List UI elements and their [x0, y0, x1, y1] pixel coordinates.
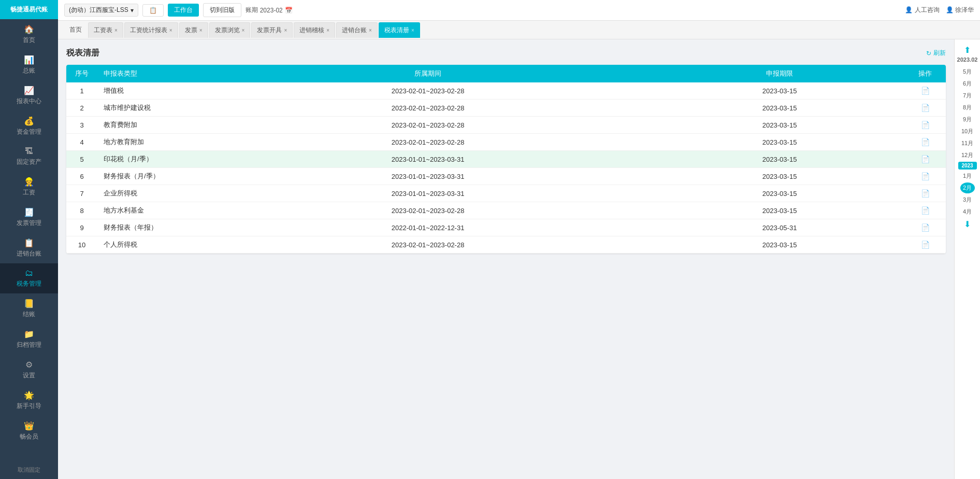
table-header-row: 序号 申报表类型 所属期间 申报期限 操作: [66, 65, 946, 82]
scroll-up-icon[interactable]: ⬆: [964, 45, 971, 55]
cell-deadline: 2023-03-15: [655, 202, 904, 219]
month-item-10[interactable]: 10月: [958, 126, 977, 137]
action-icon[interactable]: 📄: [921, 138, 930, 146]
workbench-button[interactable]: 工作台: [168, 4, 199, 17]
month-item-2-active[interactable]: 2月: [960, 182, 975, 193]
cell-action: 📄: [904, 236, 946, 253]
year-2023-label[interactable]: 2023: [958, 162, 977, 170]
sidebar-item-member[interactable]: 👑 畅会员: [0, 416, 58, 446]
page-header: 税表清册 ↻ 刷新: [66, 48, 946, 59]
copy-button[interactable]: 📋: [142, 4, 164, 17]
calendar-icon[interactable]: 📅: [285, 7, 293, 14]
action-icon[interactable]: 📄: [921, 223, 930, 232]
sidebar-item-label: 资金管理: [17, 128, 41, 136]
month-item-5[interactable]: 5月: [958, 66, 977, 77]
month-item-6[interactable]: 6月: [958, 78, 977, 89]
refresh-button[interactable]: ↻ 刷新: [926, 49, 946, 58]
col-deadline: 申报期限: [655, 65, 904, 82]
cell-action: 📄: [904, 168, 946, 185]
sidebar-item-settings[interactable]: ⚙ 设置: [0, 355, 58, 385]
action-icon[interactable]: 📄: [921, 155, 930, 163]
action-icon[interactable]: 📄: [921, 87, 930, 95]
month-item-4[interactable]: 4月: [958, 206, 977, 217]
sidebar-item-label: 工资: [23, 188, 35, 197]
action-icon[interactable]: 📄: [921, 241, 930, 249]
tab-invoice[interactable]: 发票 ×: [179, 22, 208, 38]
col-period: 所属期间: [201, 65, 655, 82]
sidebar-item-invoice[interactable]: 🧾 发票管理: [0, 202, 58, 233]
month-item-7[interactable]: 7月: [958, 90, 977, 101]
sidebar-item-label: 设置: [23, 371, 35, 380]
sidebar-item-label: 畅会员: [20, 432, 38, 441]
tab-invoice-issue[interactable]: 发票开具 ×: [251, 22, 293, 38]
cell-deadline: 2023-03-15: [655, 117, 904, 134]
cell-period: 2023-02-01~2023-02-28: [201, 134, 655, 151]
tabbar: 首页 工资表 × 工资统计报表 × 发票 × 发票浏览 × 发票开具 × 进销稽…: [58, 21, 980, 39]
cell-type: 增值税: [97, 82, 201, 100]
sidebar-item-funds[interactable]: 💰 资金管理: [0, 111, 58, 142]
action-icon[interactable]: 📄: [921, 172, 930, 180]
month-item-9[interactable]: 9月: [958, 114, 977, 125]
sidebar-item-closing[interactable]: 📒 结账: [0, 293, 58, 324]
cell-deadline: 2023-03-15: [655, 236, 904, 253]
close-icon[interactable]: ×: [169, 27, 172, 33]
cell-period: 2023-01-01~2023-03-31: [201, 168, 655, 185]
table-row: 3 教育费附加 2023-02-01~2023-02-28 2023-03-15…: [66, 117, 946, 134]
close-icon[interactable]: ×: [369, 27, 372, 33]
sidebar-item-tax[interactable]: 🗂 税务管理: [0, 263, 58, 293]
cell-id: 4: [66, 134, 97, 151]
sidebar-item-assets[interactable]: 🏗 固定资产: [0, 142, 58, 172]
month-item-12[interactable]: 12月: [958, 150, 977, 161]
sidebar-item-payroll[interactable]: 👷 工资: [0, 172, 58, 202]
tab-purchase-ledger[interactable]: 进销台账 ×: [336, 22, 378, 38]
sidebar-item-label: 发票管理: [17, 219, 41, 228]
cell-deadline: 2023-03-15: [655, 134, 904, 151]
cell-period: 2023-02-01~2023-02-28: [201, 236, 655, 253]
action-icon[interactable]: 📄: [921, 189, 930, 198]
month-item-3[interactable]: 3月: [958, 194, 977, 205]
cell-action: 📄: [904, 117, 946, 134]
switch-old-button[interactable]: 切到旧版: [203, 3, 241, 17]
tab-purchase-audit[interactable]: 进销稽核 ×: [294, 22, 335, 38]
action-icon[interactable]: 📄: [921, 121, 930, 129]
tab-payroll-report[interactable]: 工资统计报表 ×: [124, 22, 178, 38]
month-item-1[interactable]: 1月: [958, 171, 977, 181]
sidebar-item-sales[interactable]: 📋 进销台账: [0, 233, 58, 263]
assets-icon: 🏗: [25, 147, 33, 156]
close-icon[interactable]: ×: [114, 27, 118, 33]
action-icon[interactable]: 📄: [921, 104, 930, 112]
month-item-11[interactable]: 11月: [958, 138, 977, 149]
close-icon[interactable]: ×: [284, 27, 287, 33]
sidebar-item-reports[interactable]: 📈 报表中心: [0, 80, 58, 111]
cell-type: 企业所得税: [97, 185, 201, 202]
sidebar-item-ledger[interactable]: 📊 总账: [0, 50, 58, 80]
close-icon[interactable]: ×: [326, 27, 329, 33]
close-icon[interactable]: ×: [242, 27, 245, 33]
unpin-button[interactable]: 取消固定: [0, 461, 58, 479]
close-icon[interactable]: ×: [199, 27, 203, 33]
action-icon[interactable]: 📄: [921, 206, 930, 215]
table-row: 1 增值税 2023-02-01~2023-02-28 2023-03-15 📄: [66, 82, 946, 100]
sidebar-item-home[interactable]: 🏠 首页: [0, 19, 58, 50]
company-selector[interactable]: (勿动）江西服宝-LSS ▾: [64, 4, 138, 17]
sidebar-item-archive[interactable]: 📁 归档管理: [0, 324, 58, 355]
cell-action: 📄: [904, 100, 946, 117]
tab-payroll[interactable]: 工资表 ×: [88, 22, 123, 38]
tab-invoice-browse[interactable]: 发票浏览 ×: [209, 22, 251, 38]
sidebar-item-label: 结账: [23, 310, 35, 319]
refresh-icon: ↻: [926, 50, 931, 57]
cell-deadline: 2023-03-15: [655, 151, 904, 168]
table-row: 7 企业所得税 2023-01-01~2023-03-31 2023-03-15…: [66, 185, 946, 202]
tab-tax-register[interactable]: 税表清册 ×: [379, 22, 420, 38]
sidebar-item-guide[interactable]: 🌟 新手引导: [0, 385, 58, 416]
tax-register-table: 序号 申报表类型 所属期间 申报期限 操作 1 增值税 2023-02-01~2…: [66, 65, 946, 253]
tab-home[interactable]: 首页: [64, 22, 87, 38]
close-icon[interactable]: ×: [411, 27, 414, 33]
scroll-down-icon[interactable]: ⬇: [964, 219, 971, 229]
topbar-right: 👤 人工咨询 👤 徐泽华: [905, 6, 974, 15]
month-item-8[interactable]: 8月: [958, 102, 977, 113]
consult-button[interactable]: 👤 人工咨询: [905, 6, 939, 15]
reports-icon: 📈: [24, 86, 34, 95]
user-menu[interactable]: 👤 徐泽华: [946, 6, 974, 15]
member-icon: 👑: [24, 421, 34, 431]
